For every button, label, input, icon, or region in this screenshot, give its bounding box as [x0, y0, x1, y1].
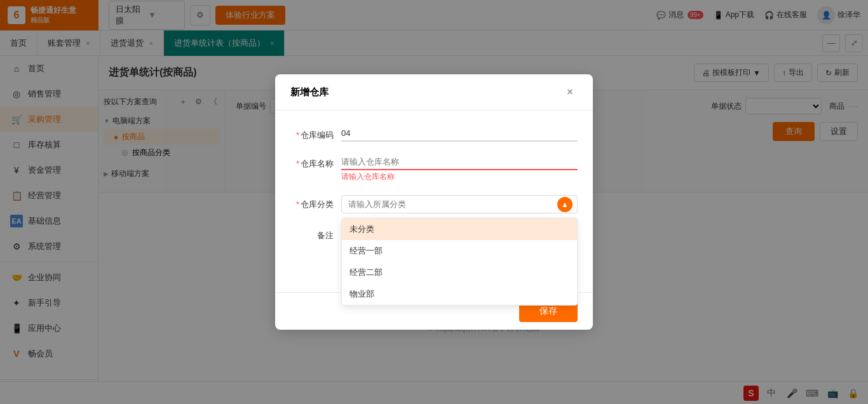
form-row-category: 仓库分类 ▲ 未分类 经营一部 经营二部 物业部 [290, 195, 578, 213]
category-select-wrapper: ▲ 未分类 经营一部 经营二部 物业部 [341, 195, 578, 213]
modal-close-button[interactable]: × [562, 84, 578, 100]
form-row-name: 仓库名称 请输入仓库名称 [290, 154, 578, 182]
new-warehouse-modal: 新增仓库 × 仓库编码 仓库名称 请输入仓库名称 仓库分类 ▲ [275, 74, 593, 330]
name-error-message: 请输入仓库名称 [341, 172, 578, 182]
note-label: 备注 [290, 226, 341, 241]
name-input[interactable] [341, 154, 578, 170]
name-label: 仓库名称 [290, 154, 341, 170]
dropdown-item-3[interactable]: 物业部 [342, 283, 577, 305]
category-input[interactable] [341, 195, 578, 213]
modal-body: 仓库编码 仓库名称 请输入仓库名称 仓库分类 ▲ 未分类 经营 [275, 111, 593, 292]
dropdown-item-1[interactable]: 经营一部 [342, 240, 577, 262]
category-dropdown-list: 未分类 经营一部 经营二部 物业部 [341, 218, 578, 306]
dropdown-item-2[interactable]: 经营二部 [342, 262, 577, 283]
code-label: 仓库编码 [290, 126, 341, 141]
modal-title: 新增仓库 [290, 86, 329, 98]
modal-header: 新增仓库 × [275, 74, 593, 111]
code-input[interactable] [341, 126, 578, 141]
category-label: 仓库分类 [290, 195, 341, 210]
dropdown-item-0[interactable]: 未分类 [342, 219, 577, 240]
category-dropdown-toggle[interactable]: ▲ [557, 197, 573, 212]
form-row-code: 仓库编码 [290, 126, 578, 142]
